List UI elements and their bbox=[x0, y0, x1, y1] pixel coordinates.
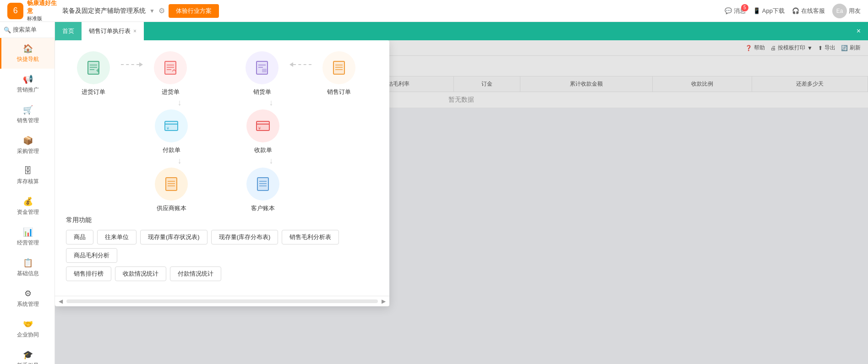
sidebar-item-finance[interactable]: 💰 资金管理 bbox=[0, 191, 55, 222]
sidebar-item-operations[interactable]: 📊 经营管理 bbox=[0, 222, 55, 252]
tab-home[interactable]: 首页 bbox=[55, 22, 82, 40]
flow-node-sales-order[interactable]: 销售订单 bbox=[311, 51, 366, 96]
search-menu-button[interactable]: 🔍 搜索菜单 bbox=[0, 22, 55, 38]
func-button[interactable]: 往来单位 bbox=[97, 230, 136, 244]
sidebar: 🔍 搜索菜单 🏠 快捷导航 📢 营销推广 🛒 销售管理 📦 采购管理 🗄 bbox=[0, 22, 55, 364]
arrow-row-2: ↓ ↓ bbox=[66, 98, 378, 108]
svg-rect-34 bbox=[257, 178, 268, 190]
user-menu[interactable]: Ea 用友 bbox=[832, 4, 861, 18]
func-button[interactable]: 付款情况统计 bbox=[170, 266, 221, 281]
sidebar-item-quick-nav[interactable]: 🏠 快捷导航 bbox=[0, 38, 55, 69]
common-functions: 常用功能 商品往来单位现存量(库存状况表)现存量(库存分布表)销售毛利分析表商品… bbox=[66, 216, 378, 281]
func-button[interactable]: 收款情况统计 bbox=[115, 266, 166, 281]
scroll-area: ◀ ▶ bbox=[55, 296, 389, 306]
app-container: 6 畅康通好生意 标准版 装备及固定资产辅助管理系统 ▼ ⚙ 体验行业方案 💬 … bbox=[0, 0, 868, 364]
sidebar-item-inventory[interactable]: 🗄 库存核算 bbox=[0, 161, 55, 191]
online-service-button[interactable]: 🎧 在线客服 bbox=[792, 7, 825, 15]
system-icon: ⚙ bbox=[24, 288, 32, 299]
inventory-icon: 🗄 bbox=[24, 166, 32, 176]
func-button[interactable]: 销售排行榜 bbox=[66, 266, 111, 281]
marketing-icon: 📢 bbox=[23, 74, 33, 84]
sidebar-item-marketing[interactable]: 📢 营销推广 bbox=[0, 69, 55, 99]
func-button[interactable]: 商品 bbox=[66, 230, 93, 244]
tab-sales-order[interactable]: 销售订单执行表 × bbox=[82, 22, 144, 40]
receipt-icon: ¥ bbox=[246, 109, 279, 142]
supplier-ledger-icon bbox=[155, 168, 188, 201]
scroll-track[interactable] bbox=[66, 299, 378, 303]
sales-bill-icon bbox=[246, 51, 278, 84]
flow-node-sales-bill[interactable]: 销货单 bbox=[235, 51, 289, 96]
trial-button[interactable]: 体验行业方案 bbox=[169, 4, 219, 18]
sidebar-item-basic-info[interactable]: 📋 基础信息 bbox=[0, 252, 55, 283]
purchase-icon: 📦 bbox=[23, 136, 33, 146]
sidebar-item-purchase[interactable]: 📦 采购管理 bbox=[0, 130, 55, 161]
finance-icon: 💰 bbox=[23, 196, 33, 206]
flow-node-purchase-bill[interactable]: 进货单 bbox=[143, 51, 198, 96]
svg-text:¥: ¥ bbox=[258, 126, 261, 130]
dropdown-arrow-icon[interactable]: ▼ bbox=[149, 8, 155, 14]
search-icon: 🔍 bbox=[4, 27, 11, 33]
flow-row-3: ¥ 付款单 ¥ bbox=[66, 109, 378, 154]
system-title: 装备及固定资产辅助管理系统 ▼ bbox=[62, 7, 155, 15]
tab-bar-close-icon[interactable]: × bbox=[857, 27, 861, 35]
logo-area: 6 畅康通好生意 标准版 bbox=[7, 0, 62, 22]
svg-rect-6 bbox=[165, 61, 176, 74]
func-button[interactable]: 现存量(库存状况表) bbox=[140, 230, 207, 244]
sidebar-item-guide[interactable]: 🎓 新手引导 bbox=[0, 344, 55, 364]
content-area: 首页 销售订单执行表 × × ❓ 帮助 🖨 按 bbox=[55, 22, 868, 364]
common-title: 常用功能 bbox=[66, 216, 378, 224]
logo-icon: 6 bbox=[7, 3, 23, 19]
home-icon: 🏠 bbox=[23, 43, 33, 54]
arrow-1 bbox=[121, 62, 143, 67]
gear-icon[interactable]: ⚙ bbox=[158, 6, 165, 15]
customer-ledger-icon bbox=[246, 168, 279, 201]
guide-icon: 🎓 bbox=[23, 350, 33, 360]
scroll-left-icon[interactable]: ◀ bbox=[59, 298, 63, 304]
download-icon: 📱 bbox=[753, 7, 760, 14]
dialog: 进货订单 bbox=[55, 40, 389, 306]
tab-bar: 首页 销售订单执行表 × × bbox=[55, 22, 868, 40]
message-button[interactable]: 💬 消息 5 bbox=[725, 7, 746, 15]
svg-rect-0 bbox=[88, 61, 99, 74]
message-badge: 5 bbox=[741, 4, 748, 11]
header-right: 💬 消息 5 📱 App下载 🎧 在线客服 Ea 用友 bbox=[725, 4, 861, 18]
service-icon: 🎧 bbox=[792, 7, 799, 14]
btn-grid-row2: 销售排行榜收款情况统计付款情况统计 bbox=[66, 266, 378, 281]
flow-diagram: 进货订单 bbox=[66, 51, 378, 212]
enterprise-icon: 🤝 bbox=[23, 319, 33, 329]
func-button[interactable]: 商品毛利分析 bbox=[66, 248, 117, 263]
operations-icon: 📊 bbox=[23, 227, 33, 237]
main-layout: 🔍 搜索菜单 🏠 快捷导航 📢 营销推广 🛒 销售管理 📦 采购管理 🗄 bbox=[0, 22, 868, 364]
page-content: ❓ 帮助 🖨 按模板打印 ▼ ⬆ 导出 🔄 刷新 bbox=[55, 40, 868, 364]
overlay: 进货订单 bbox=[55, 40, 868, 364]
scroll-right-icon[interactable]: ▶ bbox=[382, 298, 386, 304]
top-header: 6 畅康通好生意 标准版 装备及固定资产辅助管理系统 ▼ ⚙ 体验行业方案 💬 … bbox=[0, 0, 868, 22]
flow-row-5: 供应商账本 客户账本 bbox=[66, 168, 378, 212]
user-avatar: Ea bbox=[832, 4, 847, 18]
svg-rect-15 bbox=[262, 69, 267, 72]
flow-node-supplier-ledger[interactable]: 供应商账本 bbox=[144, 168, 199, 212]
app-download-button[interactable]: 📱 App下载 bbox=[753, 7, 785, 15]
sales-icon: 🛒 bbox=[23, 105, 33, 115]
payment-icon: ¥ bbox=[155, 109, 188, 142]
purchase-order-icon bbox=[77, 51, 110, 84]
flow-node-customer-ledger[interactable]: 客户账本 bbox=[235, 168, 290, 212]
arrow-2 bbox=[289, 62, 311, 67]
svg-rect-29 bbox=[166, 178, 177, 190]
sidebar-item-sales[interactable]: 🛒 销售管理 bbox=[0, 99, 55, 130]
svg-rect-16 bbox=[333, 61, 344, 74]
sidebar-item-system[interactable]: ⚙ 系统管理 bbox=[0, 283, 55, 314]
dialog-body: 进货订单 bbox=[55, 40, 389, 296]
arrow-row-4: ↓ ↓ bbox=[66, 156, 378, 166]
func-button[interactable]: 销售毛利分析表 bbox=[282, 230, 339, 244]
flow-node-purchase-order[interactable]: 进货订单 bbox=[66, 51, 121, 96]
sidebar-item-enterprise[interactable]: 🤝 企业协同 bbox=[0, 314, 55, 344]
purchase-bill-icon bbox=[154, 51, 187, 84]
btn-grid-row1: 商品往来单位现存量(库存状况表)现存量(库存分布表)销售毛利分析表商品毛利分析 bbox=[66, 230, 378, 263]
tab-close-icon[interactable]: × bbox=[133, 28, 136, 34]
func-button[interactable]: 现存量(库存分布表) bbox=[211, 230, 278, 244]
message-icon: 💬 bbox=[725, 7, 732, 14]
svg-text:¥: ¥ bbox=[166, 126, 169, 130]
flow-node-receipt[interactable]: ¥ 收款单 bbox=[235, 109, 290, 154]
flow-node-payment[interactable]: ¥ 付款单 bbox=[144, 109, 199, 154]
